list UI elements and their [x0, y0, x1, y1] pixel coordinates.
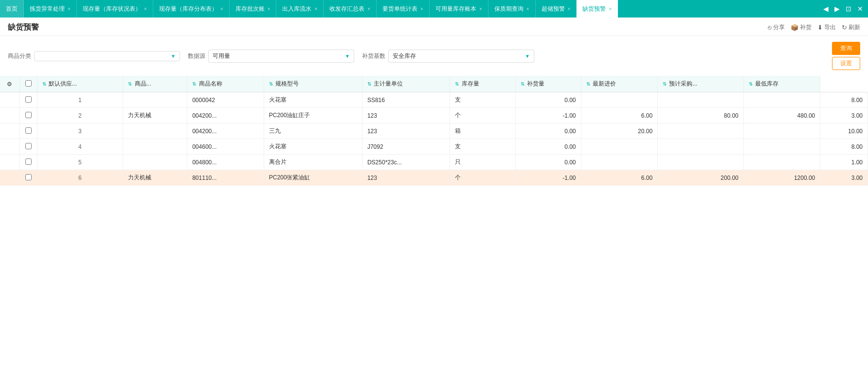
row-checkbox-1[interactable] — [19, 108, 37, 123]
close-icon[interactable]: × — [420, 6, 423, 12]
row-unit-1: 个 — [450, 108, 516, 123]
nav-item-shortage[interactable]: 缺货预警 × — [577, 0, 618, 18]
nav-item-batch[interactable]: 库存批次账 × — [230, 0, 277, 18]
col-settings[interactable]: ⚙ — [0, 76, 19, 92]
refresh-icon: ↻ — [842, 24, 847, 31]
nav-restore-button[interactable]: ⊡ — [843, 3, 854, 15]
close-icon[interactable]: × — [314, 6, 317, 12]
sort-icon: ⇅ — [521, 81, 524, 87]
row-min-stock-0: 8.00 — [820, 92, 868, 108]
row-settings-3 — [0, 139, 19, 155]
close-icon[interactable]: × — [609, 6, 612, 12]
close-icon[interactable]: × — [568, 6, 571, 12]
category-filter-group: 商品分类 ▼ — [8, 51, 180, 61]
row-supplier-3 — [123, 139, 187, 155]
datasource-filter-group: 数据源 可用量 ▼ — [188, 50, 354, 63]
refresh-button[interactable]: ↻ 刷新 — [842, 23, 860, 32]
row-product-code-5: 801110... — [187, 170, 264, 186]
close-icon[interactable]: × — [526, 6, 529, 12]
nav-item-expiry[interactable]: 保质期查询 × — [488, 0, 536, 18]
col-product-name[interactable]: ⇅ 商品名称 — [187, 76, 264, 92]
row-num-1: 2 — [37, 108, 123, 123]
nav-item-overstock[interactable]: 超储预警 × — [536, 0, 577, 18]
close-icon[interactable]: × — [367, 6, 370, 12]
nav-item-picking[interactable]: 拣货异常处理 × — [24, 0, 77, 18]
setting-button[interactable]: 设置 — [832, 57, 860, 70]
row-product-name-0: 火花塞 — [264, 92, 362, 108]
row-unit-3: 支 — [450, 139, 516, 155]
export-icon: ⬇ — [817, 24, 823, 31]
col-spec[interactable]: ⇅ 规格型号 — [264, 76, 362, 92]
nav-next-button[interactable]: ▶ — [832, 3, 843, 15]
chevron-down-icon: ▼ — [171, 53, 176, 59]
datasource-select[interactable]: 可用量 ▼ — [208, 50, 354, 63]
row-product-name-4: 离合片 — [264, 155, 362, 170]
nav-prev-button[interactable]: ◀ — [820, 3, 832, 15]
row-checkbox-3[interactable] — [19, 139, 37, 155]
row-estimated-purchase-2 — [743, 123, 820, 139]
row-supplier-0 — [123, 92, 187, 108]
select-all-checkbox[interactable] — [25, 80, 32, 87]
close-icon[interactable]: × — [68, 6, 71, 12]
row-checkbox-5[interactable] — [19, 170, 37, 186]
row-spec-0: SS816 — [362, 92, 450, 108]
sort-icon: ⇅ — [42, 81, 46, 87]
row-estimated-purchase-0 — [743, 92, 820, 108]
row-estimated-purchase-4 — [743, 155, 820, 170]
col-unit[interactable]: ⇅ 主计量单位 — [362, 76, 450, 92]
nav-item-available[interactable]: 可用量库存账本 × — [430, 0, 488, 18]
nav-item-inventory-dist[interactable]: 现存量（库存分布表） × — [153, 0, 230, 18]
replenish-base-filter-group: 补货基数 安全库存 ▼ — [362, 50, 534, 63]
col-min-stock[interactable]: ⇅ 最低库存 — [743, 76, 820, 92]
row-latest-price-4 — [658, 155, 744, 170]
share-button[interactable]: ⎋ 分享 — [768, 23, 785, 32]
chevron-down-icon: ▼ — [345, 53, 350, 59]
datasource-label: 数据源 — [188, 52, 205, 60]
query-button[interactable]: 查询 — [832, 42, 860, 55]
replenish-button[interactable]: 📦 补货 — [791, 23, 812, 32]
table-container: ⚙ ⇅ 默认供应... ⇅ 商品... ⇅ 商品名称 — [0, 76, 868, 186]
data-table: ⚙ ⇅ 默认供应... ⇅ 商品... ⇅ 商品名称 — [0, 76, 868, 186]
row-stock-4: 0.00 — [515, 155, 581, 170]
row-latest-price-3 — [658, 139, 744, 155]
close-icon[interactable]: × — [220, 6, 223, 12]
table-body: 1 0000042 火花塞 SS816 支 0.00 8.00 2 力天机械 0… — [0, 92, 868, 186]
row-num-3: 4 — [37, 139, 123, 155]
sort-icon: ⇅ — [455, 81, 459, 87]
gear-icon[interactable]: ⚙ — [7, 81, 12, 88]
nav-close-button[interactable]: ✕ — [854, 3, 866, 15]
row-checkbox-0[interactable] — [19, 92, 37, 108]
col-stock[interactable]: ⇅ 库存量 — [450, 76, 516, 92]
col-replenish-qty[interactable]: ⇅ 补货量 — [515, 76, 581, 92]
nav-item-flow[interactable]: 出入库流水 × — [276, 0, 324, 18]
row-settings-1 — [0, 108, 19, 123]
close-icon[interactable]: × — [268, 6, 271, 12]
replenish-base-select[interactable]: 安全库存 ▼ — [388, 50, 534, 63]
row-stock-1: -1.00 — [515, 108, 581, 123]
nav-item-requisition[interactable]: 要货单统计表 × — [377, 0, 430, 18]
table-row: 6 力天机械 801110... PC200张紧油缸 123 个 -1.00 6… — [0, 170, 868, 186]
filter-actions: 查询 设置 — [832, 42, 860, 70]
col-product-code[interactable]: ⇅ 商品... — [123, 76, 187, 92]
row-product-name-1: PC200油缸庄子 — [264, 108, 362, 123]
replenish-icon: 📦 — [791, 24, 798, 31]
row-checkbox-4[interactable] — [19, 155, 37, 170]
col-estimated-purchase[interactable]: ⇅ 预计采购... — [658, 76, 744, 92]
row-stock-5: -1.00 — [515, 170, 581, 186]
row-replenish-qty-4 — [581, 155, 658, 170]
row-supplier-4 — [123, 155, 187, 170]
nav-controls: ◀ ▶ ⊡ ✕ — [818, 3, 868, 15]
close-icon[interactable]: × — [144, 6, 147, 12]
close-icon[interactable]: × — [479, 6, 482, 12]
nav-item-summary[interactable]: 收发存汇总表 × — [324, 0, 377, 18]
row-product-code-0: 0000042 — [187, 92, 264, 108]
page-title: 缺货预警 — [8, 22, 768, 33]
nav-item-home[interactable]: 首页 — [0, 0, 24, 18]
row-replenish-qty-0 — [581, 92, 658, 108]
row-checkbox-2[interactable] — [19, 123, 37, 139]
export-button[interactable]: ⬇ 导出 — [817, 23, 836, 32]
category-select[interactable]: ▼ — [34, 51, 180, 61]
nav-item-inventory-status[interactable]: 现存量（库存状况表） × — [77, 0, 153, 18]
col-default-supplier[interactable]: ⇅ 默认供应... — [37, 76, 123, 92]
col-latest-price[interactable]: ⇅ 最新进价 — [581, 76, 658, 92]
